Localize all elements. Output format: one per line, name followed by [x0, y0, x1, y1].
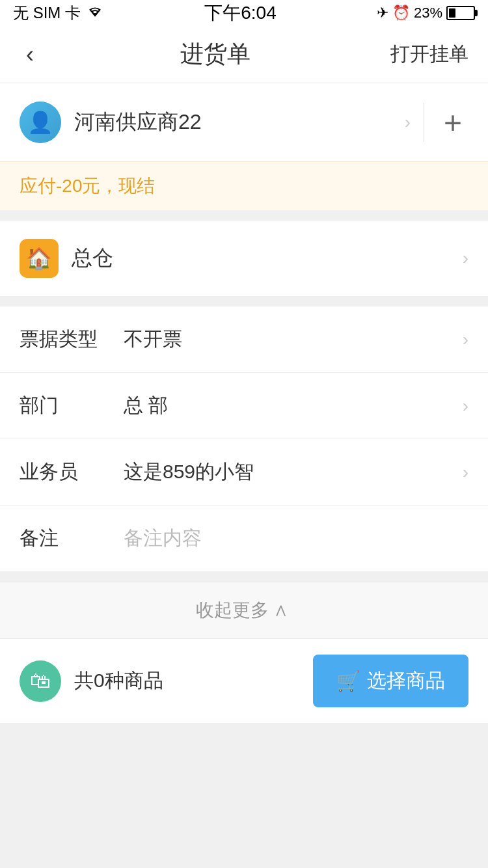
chevron-right-icon: ›	[463, 396, 468, 416]
battery-icon	[446, 6, 475, 20]
add-button[interactable]: +	[437, 105, 468, 141]
nav-bar: ‹ 进货单 打开挂单	[0, 26, 488, 83]
invoice-type-value: 不开票	[111, 326, 463, 353]
avatar-icon: 👤	[27, 110, 53, 135]
supplier-section: 👤 河南供应商22 › + 应付-20元，现结	[0, 83, 488, 210]
carrier-text: 无 SIM 卡	[13, 3, 81, 23]
notice-text: 应付-20元，现结	[20, 176, 155, 196]
collapse-row[interactable]: 收起更多 ∧	[0, 582, 488, 638]
remark-label: 备注	[20, 525, 111, 552]
invoice-type-row[interactable]: 票据类型 不开票 ›	[0, 306, 488, 373]
product-count: 共0种商品	[74, 668, 313, 694]
notice-bar: 应付-20元，现结	[0, 161, 488, 210]
cart-icon: 🛍	[30, 669, 51, 693]
gray-background	[0, 723, 488, 868]
department-value: 总 部	[111, 392, 463, 419]
sales-person-label: 业务员	[20, 459, 111, 485]
status-time: 下午6:04	[204, 1, 277, 25]
invoice-type-label: 票据类型	[20, 326, 111, 353]
collapse-label: 收起更多 ∧	[196, 598, 289, 623]
sales-person-value: 这是859的小智	[111, 459, 463, 485]
bottom-bar: 🛍 共0种商品 🛒 选择商品	[0, 638, 488, 723]
wifi-icon	[86, 4, 104, 22]
sales-person-row[interactable]: 业务员 这是859的小智 ›	[0, 439, 488, 506]
supplier-name: 河南供应商22	[74, 108, 405, 137]
remark-input[interactable]: 备注内容	[111, 525, 468, 552]
supplier-row[interactable]: 👤 河南供应商22 › +	[0, 83, 488, 161]
select-product-icon: 🛒	[336, 670, 360, 692]
form-section: 票据类型 不开票 › 部门 总 部 › 业务员 这是859的小智 › 备注 备注…	[0, 306, 488, 571]
cart-icon-wrap: 🛍	[20, 660, 61, 702]
status-left: 无 SIM 卡	[13, 3, 104, 23]
warehouse-name: 总仓	[72, 244, 463, 273]
back-button[interactable]: ‹	[20, 34, 40, 75]
chevron-right-icon: ›	[463, 462, 468, 483]
page-title: 进货单	[180, 38, 251, 70]
warehouse-icon-wrap: 🏠	[20, 239, 59, 278]
department-label: 部门	[20, 392, 111, 419]
warehouse-icon: 🏠	[26, 246, 52, 271]
select-product-label: 选择商品	[367, 668, 445, 694]
chevron-right-icon: ›	[463, 248, 468, 269]
location-icon: ✈	[377, 5, 388, 21]
chevron-right-icon: ›	[463, 329, 468, 350]
avatar: 👤	[20, 102, 61, 143]
select-product-button[interactable]: 🛒 选择商品	[313, 655, 468, 707]
battery-percent: 23%	[414, 5, 442, 21]
alarm-icon: ⏰	[392, 5, 410, 21]
status-right: ✈ ⏰ 23%	[377, 5, 475, 21]
warehouse-row[interactable]: 🏠 总仓 ›	[0, 221, 488, 296]
content-area: 👤 河南供应商22 › + 应付-20元，现结 🏠 总仓 › 票据类型 不开票 …	[0, 83, 488, 868]
divider	[424, 103, 424, 142]
remark-row[interactable]: 备注 备注内容	[0, 506, 488, 571]
department-row[interactable]: 部门 总 部 ›	[0, 373, 488, 439]
status-bar: 无 SIM 卡 下午6:04 ✈ ⏰ 23%	[0, 0, 488, 26]
chevron-right-icon: ›	[405, 112, 411, 133]
open-pending-button[interactable]: 打开挂单	[390, 41, 468, 68]
